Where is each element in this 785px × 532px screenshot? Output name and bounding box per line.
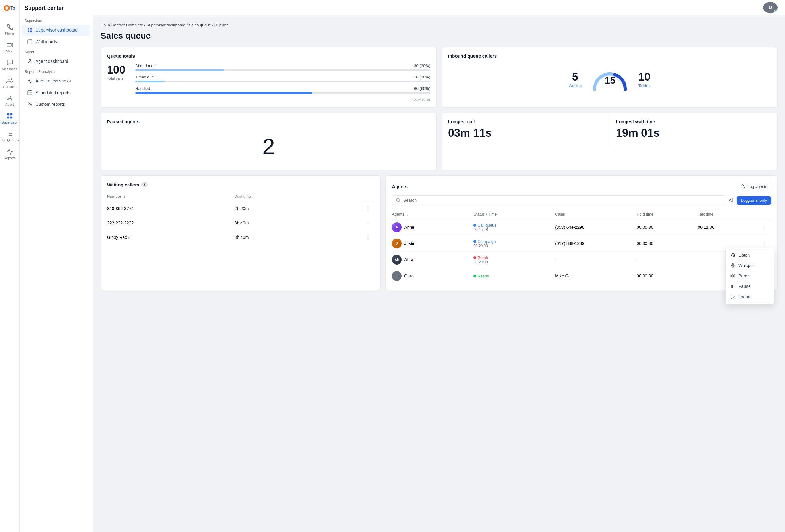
breadcrumb: GoTo Contact Complete / Supervisor dashb… [101,23,778,27]
sidebar-item-custom-reports[interactable]: Custom reports [22,99,91,110]
sidebar-item-scheduled-reports[interactable]: Scheduled reports [22,87,91,98]
context-menu: Listen Whisper Barge Pause [725,248,774,304]
context-menu-pause[interactable]: Pause [726,281,774,292]
context-menu-barge[interactable]: Barge [726,271,774,281]
caller-options-1[interactable]: ⋮ [362,205,374,212]
logout-icon [730,294,735,299]
supervisor-nav[interactable]: Supervisor [0,109,19,127]
timedout-label: Timed out [135,75,153,79]
avatar-anne: A [392,222,402,232]
longest-call-card: Longest call 03m 11s [442,113,610,146]
reports-analytics-nav[interactable]: Reports [0,145,19,163]
waiting-stat: 5 Waiting [568,71,582,88]
search-box[interactable] [392,195,726,205]
svg-rect-18 [30,28,32,29]
sidebar-section-supervisor: Supervisor [20,16,93,24]
topbar: U [93,0,785,15]
abandoned-value: 30 (30%) [414,64,430,68]
agent-name-carol-text: Carol [404,274,414,278]
callqueues-nav[interactable]: Call Queues [0,127,19,145]
sidebar-section-agent: Agent [20,48,93,55]
paused-agents-count: 2 [262,134,275,159]
caller-number-1: 840-866-3774 [107,206,234,211]
sidebar: Support center Supervisor Supervisor das… [20,0,93,532]
reports-analytics-nav-label: Reports [4,156,16,160]
agent-status-ahran: Break 00:20:00 [474,255,555,264]
agent-name-ahran-text: Ahran [404,257,415,262]
breadcrumb-item-2[interactable]: Supervisor dashboard [147,23,185,27]
agent-options-justin[interactable]: ⋮ [759,240,771,247]
agents-table-header: Agents ↓ Status / Time Caller Hold time … [392,209,771,219]
breadcrumb-sep-1: / [144,23,146,27]
listen-icon [730,253,735,258]
agent-name-justin-text: Justin [404,241,415,246]
agent-name-anne: A Anne [392,222,474,232]
log-agents-button[interactable]: Log agents [737,182,771,191]
goto-logo[interactable]: To [4,4,16,13]
agent-caller-justin: (617) 888-1289 [555,241,637,246]
inbound-callers-card: Inbound queue callers 5 Waiting [441,47,778,108]
agents-col-talk: Talk time [698,212,759,217]
context-menu-listen[interactable]: Listen [726,250,774,260]
agents-sort-icon[interactable]: ↓ [407,212,409,217]
agent-row-justin: J Justin Campaign 00:20:00 (617) 888-128… [392,235,771,252]
meet-nav-label: Meet [6,49,13,53]
longest-wait-label: Longest wait time [616,119,771,124]
sidebar-item-agent-dashboard[interactable]: Agent dashboard [22,56,91,67]
whisper-label: Whisper [738,263,754,268]
whisper-icon [730,263,735,268]
messages-nav[interactable]: Messages [0,56,19,74]
svg-marker-37 [731,274,733,277]
sidebar-item-agent-effectivness[interactable]: Agent effectivness [22,75,91,86]
contacts-nav[interactable]: Contacts [0,74,19,92]
agent-caller-carol: Mike G. [555,274,637,278]
custom-reports-label: Custom reports [35,102,65,107]
phone-nav-label: Phone [5,32,15,35]
filter-all[interactable]: All [729,198,734,203]
sort-icon[interactable]: ↓ [124,194,126,199]
context-menu-whisper[interactable]: Whisper [726,260,774,271]
pause-icon [730,284,735,289]
agent-hold-carol: 00:00:30 [637,274,698,278]
longest-call-label: Longest call [448,119,604,124]
agent-nav[interactable]: Agent [0,92,19,109]
agent-row-anne: A Anne Call queue 00:15:28 (853) 644-229… [392,219,771,235]
log-agents-label: Log agents [748,184,767,189]
svg-rect-20 [30,31,32,32]
user-avatar[interactable]: U [763,2,778,13]
svg-rect-25 [28,91,32,95]
svg-rect-21 [28,40,32,44]
search-input[interactable] [403,198,722,203]
filter-logged-in[interactable]: Logged in only [737,196,771,204]
waiting-callers-card: Waiting callers 3 Number ↓ Wait time 840… [101,175,381,290]
longest-times-card: Longest call 03m 11s Longest wait time 1… [441,112,778,171]
sidebar-item-supervisor-dashboard[interactable]: Supervisor dashboard [22,25,91,35]
meet-nav[interactable]: Meet [0,38,19,56]
queue-body: 100 Total calls Abandoned 30 (30%) [107,64,430,101]
listen-label: Listen [738,253,750,258]
svg-rect-10 [10,117,12,118]
supervisor-dashboard-label: Supervisor dashboard [35,28,78,32]
svg-rect-8 [10,113,12,115]
phone-nav[interactable]: Phone [0,21,19,38]
breadcrumb-item-3[interactable]: Sales queue [189,23,211,27]
bar-timedout: Timed out 10 (10%) [135,75,430,82]
caller-options-3[interactable]: ⋮ [362,234,374,241]
gauge-center-value: 15 [604,75,615,86]
icon-nav: To Phone Meet Messages Contacts Agent Su… [0,0,20,532]
page-title: Sales queue [101,31,778,41]
svg-text:To: To [10,5,15,10]
context-menu-logout[interactable]: Logout [726,292,774,302]
search-icon [396,198,401,203]
agent-name-ahran: Ah Ahran [392,255,474,264]
breadcrumb-item-1[interactable]: GoTo Contact Complete [101,23,143,27]
barge-icon [730,274,735,278]
agent-caller-anne: (853) 644-2298 [555,225,637,230]
svg-rect-17 [28,28,29,29]
agent-row-carol: C Carol Ready Mike G. 00:00:30 ⋮ [392,268,771,284]
agent-name-anne-text: Anne [404,225,414,230]
sidebar-item-wallboards[interactable]: Wallboards [22,36,91,47]
caller-options-2[interactable]: ⋮ [362,220,374,226]
agent-options-anne[interactable]: ⋮ [759,224,771,231]
total-calls-number: 100 [107,64,125,76]
